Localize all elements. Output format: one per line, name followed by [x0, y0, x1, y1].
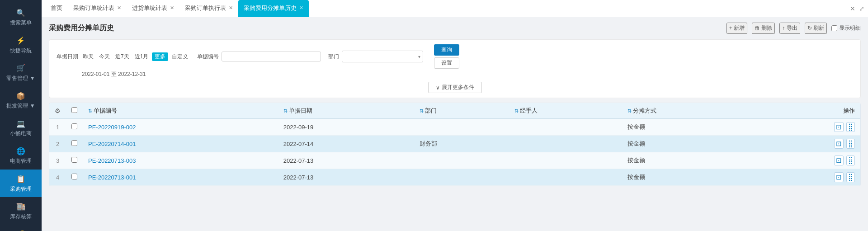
action-icons: ⊡ ⣿: [760, 139, 855, 149]
sort-icon-split: ⇅: [627, 108, 632, 113]
row-doc-date: 2022-07-13: [278, 152, 415, 169]
date-opt-custom[interactable]: 自定义: [170, 52, 190, 61]
row-actions: ⊡ ⣿: [755, 119, 860, 136]
refresh-button[interactable]: ↻ 刷新: [805, 23, 827, 34]
sidebar-item-wholesale[interactable]: 📦批发管理 ▼: [0, 87, 42, 114]
date-opt-today[interactable]: 今天: [97, 52, 112, 61]
doc-date-col-header[interactable]: ⇅单据日期: [278, 103, 415, 119]
filter-area: 单据日期 昨天 今天 近7天 近1月 更多 自定义 单据编号: [49, 39, 861, 98]
row-actions: ⊡ ⣿: [755, 169, 860, 186]
sort-icon-dept: ⇅: [420, 108, 424, 113]
show-col-label[interactable]: 显示明细: [831, 24, 861, 32]
tab-bar: 首页采购订单统计表✕进货单统计表✕采购订单执行表✕采购费用分摊单历史✕ ✕ ⤢: [42, 0, 868, 17]
sidebar-item-search[interactable]: 🔍搜索菜单: [0, 4, 42, 31]
more-action-icon[interactable]: ⣿: [846, 172, 855, 182]
checkbox-col-header[interactable]: [66, 103, 83, 119]
tab-close-purchase-order-stats[interactable]: ✕: [117, 5, 121, 11]
more-action-icon[interactable]: ⣿: [846, 139, 855, 149]
sidebar-label-purchase: 采购管理: [10, 186, 32, 192]
row-checkbox-cell[interactable]: [66, 136, 83, 152]
doc-no-input[interactable]: [222, 52, 321, 61]
page-title-row: 采购费用分摊单历史 + 新增 🗑 删除 ↑ 导出 ↻ 刷新 显示明细: [49, 23, 861, 34]
select-all-checkbox[interactable]: [71, 107, 77, 113]
sidebar-icon-inventory: 🏬: [2, 202, 40, 212]
date-opt-7days[interactable]: 近7天: [113, 52, 131, 61]
query-button[interactable]: 查询: [434, 44, 459, 56]
row-split-method: 按金额: [622, 119, 755, 136]
delete-button[interactable]: 🗑 删除: [752, 23, 775, 34]
tab-home[interactable]: 首页: [45, 0, 68, 17]
sidebar-item-quick-nav[interactable]: ⚡快捷导航: [0, 31, 42, 59]
row-checkbox[interactable]: [71, 123, 77, 129]
tab-label-purchase-cost-split: 采购费用分摊单历史: [244, 4, 297, 12]
row-dept: 财务部: [414, 136, 509, 152]
sidebar-item-retail[interactable]: 🛒零售管理 ▼: [0, 59, 42, 86]
gear-col-header[interactable]: ⚙: [49, 103, 66, 119]
sidebar-icon-finance: 💰: [2, 230, 40, 231]
row-checkbox[interactable]: [71, 157, 77, 163]
row-split-method: 按金额: [622, 169, 755, 186]
settings-button[interactable]: 设置: [434, 57, 459, 69]
date-opt-1month[interactable]: 近1月: [133, 52, 151, 61]
tab-close-goods-in-stats[interactable]: ✕: [170, 5, 174, 11]
date-range-display: 2022-01-01 至 2022-12-31: [82, 71, 146, 77]
date-opt-more[interactable]: 更多: [152, 52, 168, 61]
tab-purchase-cost-split[interactable]: 采购费用分摊单历史✕: [238, 0, 309, 17]
row-actions: ⊡ ⣿: [755, 152, 860, 169]
sort-icon-doc-no: ⇅: [88, 108, 92, 113]
show-col-checkbox[interactable]: [831, 25, 837, 31]
row-checkbox-cell[interactable]: [66, 119, 83, 136]
table-body: 1 PE-20220919-002 2022-09-19 按金额 ⊡ ⣿ 2 P…: [49, 119, 860, 186]
sidebar-item-mini-ecom[interactable]: 💻小畅电商: [0, 114, 42, 142]
row-checkbox[interactable]: [71, 174, 77, 179]
sidebar-item-purchase[interactable]: 📋采购管理: [0, 170, 42, 197]
doc-no-link[interactable]: PE-20220713-001: [88, 174, 136, 181]
expand-icon: ∨: [436, 85, 440, 91]
tab-label-home: 首页: [51, 4, 62, 12]
maximize-window-icon[interactable]: ⤢: [859, 5, 864, 12]
sidebar-item-inventory[interactable]: 🏬库存核算: [0, 197, 42, 225]
tab-close-purchase-order-exec[interactable]: ✕: [229, 5, 233, 11]
view-action-icon[interactable]: ⊡: [834, 139, 844, 149]
doc-no-link[interactable]: PE-20220713-003: [88, 157, 136, 164]
table-gear-icon[interactable]: ⚙: [55, 107, 61, 114]
tab-label-goods-in-stats: 进货单统计表: [132, 4, 167, 12]
sidebar-item-ecom[interactable]: 🌐电商管理: [0, 142, 42, 170]
row-checkbox-cell[interactable]: [66, 152, 83, 169]
doc-no-link[interactable]: PE-20220919-002: [88, 124, 136, 131]
tab-purchase-order-stats[interactable]: 采购订单统计表✕: [68, 0, 127, 17]
sort-icon-doc-date: ⇅: [283, 108, 288, 113]
sidebar-item-finance[interactable]: 💰资金管理: [0, 225, 42, 231]
row-checkbox[interactable]: [71, 140, 77, 146]
doc-no-col-header[interactable]: ⇅单据编号: [83, 103, 278, 119]
tab-goods-in-stats[interactable]: 进货单统计表✕: [127, 0, 179, 17]
view-action-icon[interactable]: ⊡: [834, 156, 844, 165]
row-doc-date: 2022-07-13: [278, 169, 415, 186]
handler-col-header[interactable]: ⇅经手人: [509, 103, 622, 119]
date-options: 昨天 今天 近7天 近1月 更多 自定义: [81, 52, 190, 61]
view-action-icon[interactable]: ⊡: [834, 172, 844, 182]
add-button[interactable]: + 新增: [726, 23, 747, 34]
view-action-icon[interactable]: ⊡: [834, 122, 844, 132]
row-num: 4: [49, 169, 66, 186]
more-action-icon[interactable]: ⣿: [846, 122, 855, 132]
tab-purchase-order-exec[interactable]: 采购订单执行表✕: [179, 0, 238, 17]
doc-no-link[interactable]: PE-20220714-001: [88, 141, 136, 147]
close-window-icon[interactable]: ✕: [850, 5, 855, 12]
more-action-icon[interactable]: ⣿: [846, 156, 855, 165]
table-row: 1 PE-20220919-002 2022-09-19 按金额 ⊡ ⣿: [49, 119, 860, 136]
row-num: 1: [49, 119, 66, 136]
date-opt-yesterday[interactable]: 昨天: [81, 52, 95, 61]
data-table: ⚙ ⇅单据编号 ⇅单据日期 ⇅部门: [49, 103, 860, 186]
dept-col-header[interactable]: ⇅部门: [414, 103, 509, 119]
expand-more-button[interactable]: ∨ 展开更多条件: [428, 82, 482, 93]
table-container: ⚙ ⇅单据编号 ⇅单据日期 ⇅部门: [49, 103, 861, 186]
tab-close-purchase-cost-split[interactable]: ✕: [299, 5, 303, 11]
split-method-col-header[interactable]: ⇅分摊方式: [622, 103, 755, 119]
dept-select[interactable]: 财务部: [342, 51, 423, 62]
action-icons: ⊡ ⣿: [760, 156, 855, 165]
row-dept: [414, 152, 509, 169]
export-button[interactable]: ↑ 导出: [779, 23, 800, 34]
row-checkbox-cell[interactable]: [66, 169, 83, 186]
sidebar-icon-quick-nav: ⚡: [2, 36, 40, 46]
